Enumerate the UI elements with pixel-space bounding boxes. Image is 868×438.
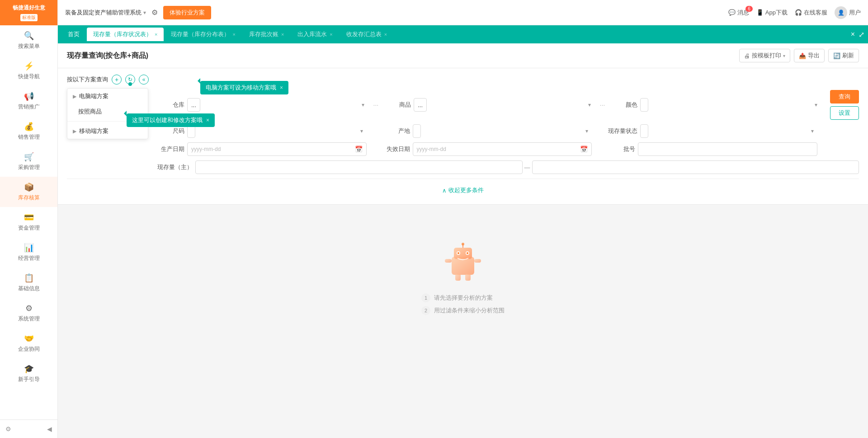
sidebar-item-basic[interactable]: 📋基础信息: [0, 268, 57, 298]
export-label: 导出: [808, 52, 820, 60]
tab-close-all-icon[interactable]: ×: [851, 30, 855, 39]
header-right: 💬 消息 6 📱 App下载 🎧 在线客服 👤 用户: [728, 6, 861, 19]
filter-warehouse-dots[interactable]: ···: [373, 101, 379, 108]
filter-warehouse-select[interactable]: ...: [187, 98, 200, 112]
sidebar-item-marketing[interactable]: 📢营销推广: [0, 86, 57, 116]
filter-origin-label: 产地: [383, 127, 410, 135]
collapse-sidebar-icon[interactable]: ◀: [47, 425, 52, 433]
settings-gear-icon[interactable]: ⚙: [151, 8, 158, 17]
sidebar-item-inventory[interactable]: 📦库存核算: [0, 177, 57, 207]
refresh-button[interactable]: 🔄 刷新: [828, 49, 859, 62]
filter-area: 按以下方案查询 + ↻ « ▶ 电脑端方案 按: [58, 68, 868, 205]
logo-text: 畅捷通好生意: [13, 4, 45, 12]
sidebar-item-quick-nav[interactable]: ⚡快捷导航: [0, 56, 57, 86]
online-support-action[interactable]: 🎧 在线客服: [795, 9, 827, 17]
message-badge: 6: [745, 6, 753, 12]
query-button[interactable]: 查询: [830, 90, 859, 104]
filter-prod-date-placeholder: yyyy-mm-dd: [191, 146, 221, 152]
tab-inventory-dist[interactable]: 现存量（库存分布表） ×: [165, 28, 241, 41]
tab-expand-icon[interactable]: ⤢: [859, 30, 864, 39]
tab-batch-ledger-label: 库存批次账: [249, 30, 278, 38]
print-button[interactable]: 🖨 按模板打印 ▾: [739, 49, 790, 62]
filter-goods-select-wrap: ...: [414, 98, 594, 112]
filter-stock-from[interactable]: [195, 160, 523, 174]
sidebar-item-label-marketing: 营销推广: [18, 103, 40, 111]
sidebar-item-sales[interactable]: 💰销售管理: [0, 116, 57, 146]
tab-batch-ledger-close[interactable]: ×: [281, 32, 284, 37]
filter-stock-to[interactable]: [532, 160, 859, 174]
svg-point-4: [458, 252, 459, 254]
filter-batch-input[interactable]: [638, 142, 817, 156]
filter-expire-date-input[interactable]: yyyy-mm-dd 📅: [413, 142, 592, 156]
tooltip-mobile-close[interactable]: ×: [280, 85, 283, 91]
scheme-arrow-mobile: ▶: [73, 128, 76, 134]
trial-button[interactable]: 体验行业方案: [163, 6, 211, 19]
reset-button[interactable]: 设置: [830, 106, 859, 120]
filter-row-2: 尺码 ··· 产地: [157, 124, 859, 138]
sidebar-item-enterprise[interactable]: 🤝企业协同: [0, 328, 57, 358]
main-content: 装备及固定资产辅助管理系统 ▾ ⚙ 体验行业方案 💬 消息 6 📱 App下载 …: [58, 0, 868, 438]
tooltip-create-close[interactable]: ×: [206, 117, 209, 123]
filter-batch: 批号: [608, 142, 817, 156]
filter-stock-qty: 现存量（主） —: [157, 160, 859, 174]
filter-stock-status-label: 现存量状态: [608, 127, 637, 135]
tab-batch-ledger[interactable]: 库存批次账 ×: [243, 28, 290, 41]
refresh-small-icon: ↻: [128, 76, 132, 83]
dropdown-arrow-icon: ▾: [143, 9, 146, 16]
tab-home[interactable]: 首页: [61, 28, 86, 41]
filter-stock-qty-label: 现存量（主）: [157, 163, 193, 171]
svg-rect-10: [445, 259, 452, 263]
sidebar-item-guide[interactable]: 🎓新手引导: [0, 358, 57, 389]
scheme-label-mobile: 移动端方案: [79, 127, 108, 135]
tab-inventory-status[interactable]: 现存量（库存状况表） ×: [87, 28, 164, 41]
collapse-button[interactable]: ∧ 收起更多条件: [67, 183, 859, 198]
export-button[interactable]: 📤 导出: [794, 49, 825, 62]
finance-icon: 💳: [24, 212, 34, 222]
guide-icon: 🎓: [24, 364, 34, 374]
svg-rect-1: [454, 248, 472, 259]
filter-origin-select[interactable]: [413, 124, 421, 138]
app-download-action[interactable]: 📱 App下载: [756, 9, 788, 17]
tab-receive-summary[interactable]: 收发存汇总表 ×: [340, 28, 393, 41]
sidebar-item-label-enterprise: 企业协同: [18, 345, 40, 353]
sidebar-item-system[interactable]: ⚙系统管理: [0, 298, 57, 328]
filter-color-select[interactable]: [640, 98, 648, 112]
system-title-dropdown[interactable]: 装备及固定资产辅助管理系统 ▾: [65, 9, 146, 17]
filter-prod-date: 生产日期 yyyy-mm-dd 📅: [157, 142, 367, 156]
filter-rows: 仓库 ... ··· 商品 ..: [157, 90, 859, 174]
filter-stock-status-select[interactable]: [640, 124, 648, 138]
user-action[interactable]: 👤 用户: [835, 6, 861, 19]
user-label: 用户: [849, 9, 861, 17]
avatar: 👤: [835, 6, 847, 19]
filter-prod-date-label: 生产日期: [157, 145, 184, 153]
filter-goods-dots[interactable]: ···: [600, 101, 605, 108]
sidebar-item-purchase[interactable]: 🛒采购管理: [0, 146, 57, 177]
marketing-icon: 📢: [24, 91, 34, 101]
empty-steps: 1 请先选择要分析的方案 2 用过滤条件来缩小分析范围: [421, 293, 505, 315]
sidebar-item-operations[interactable]: 📊经营管理: [0, 237, 57, 268]
sidebar-item-search[interactable]: 🔍搜索菜单: [0, 25, 57, 56]
sidebar-item-finance[interactable]: 💳资金管理: [0, 207, 57, 237]
scheme-sub1-label: 按照商品: [78, 108, 102, 116]
headset-icon: 🎧: [795, 9, 802, 16]
svg-rect-8: [455, 274, 461, 281]
filter-warehouse: 仓库 ...: [157, 98, 368, 112]
filter-prod-date-input[interactable]: yyyy-mm-dd 📅: [187, 142, 367, 156]
filter-refresh-button[interactable]: ↻: [125, 75, 135, 85]
scheme-item-desktop[interactable]: ▶ 电脑端方案: [67, 89, 148, 104]
calendar-icon-expire: 📅: [580, 146, 588, 153]
message-action[interactable]: 💬 消息 6: [728, 9, 749, 17]
tab-inventory-dist-close[interactable]: ×: [232, 32, 235, 37]
tab-inout-flow-close[interactable]: ×: [330, 32, 332, 37]
filter-expire-date-label: 失效日期: [383, 145, 410, 153]
tab-receive-summary-close[interactable]: ×: [384, 32, 387, 37]
filter-add-button[interactable]: +: [112, 75, 122, 85]
filter-warehouse-label: 仓库: [157, 101, 184, 109]
scheme-arrow-desktop: ▶: [73, 94, 76, 99]
filter-goods-select[interactable]: ...: [414, 98, 427, 112]
filter-back-button[interactable]: «: [139, 75, 149, 85]
settings-footer-icon[interactable]: ⚙: [5, 425, 11, 433]
tab-inventory-status-close[interactable]: ×: [155, 32, 157, 37]
tab-inout-flow[interactable]: 出入库流水 ×: [291, 28, 339, 41]
online-support-label: 在线客服: [804, 9, 827, 17]
